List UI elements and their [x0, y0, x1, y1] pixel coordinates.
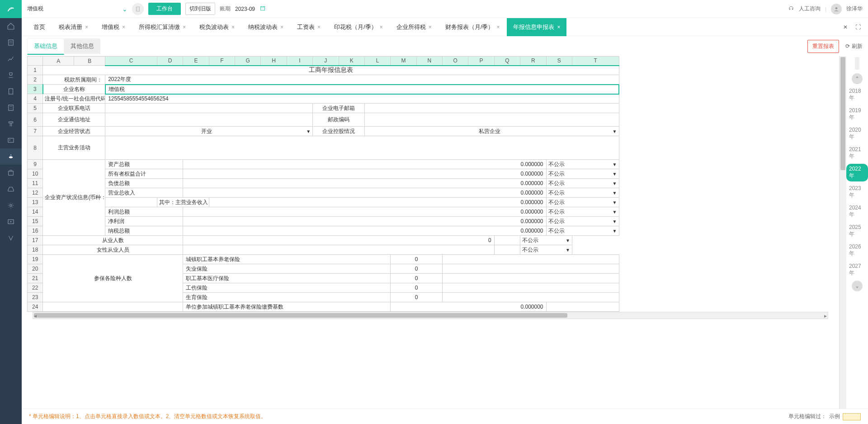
- nav-inbox-icon[interactable]: [0, 181, 22, 197]
- company-name: 增值税: [27, 5, 43, 13]
- support-link[interactable]: 人工咨询: [799, 5, 821, 13]
- tab-home[interactable]: 首页: [27, 18, 52, 36]
- nav-active-icon[interactable]: [0, 148, 22, 165]
- tab-vat[interactable]: 增值税×: [95, 18, 132, 36]
- svg-rect-5: [9, 171, 14, 175]
- collapse-handle[interactable]: [855, 57, 859, 70]
- year-2022[interactable]: 2022年: [846, 164, 868, 181]
- pub-dropdown[interactable]: 不公示▼: [548, 180, 617, 187]
- year-2023[interactable]: 2023年: [846, 183, 868, 201]
- svg-point-6: [10, 205, 12, 207]
- tab-annual[interactable]: 年报信息申报表×: [507, 18, 566, 36]
- pub-dropdown[interactable]: 不公示▼: [548, 227, 617, 235]
- expand-icon[interactable]: ⛶: [854, 23, 863, 32]
- chevron-down-icon[interactable]: ⌄: [122, 5, 127, 13]
- nav-video-icon[interactable]: [0, 214, 22, 230]
- app-logo: [0, 0, 22, 18]
- close-icon[interactable]: ×: [231, 24, 235, 30]
- nav-image-icon[interactable]: [0, 132, 22, 148]
- tab-taxlist[interactable]: 税表清册×: [52, 18, 94, 36]
- calendar-icon[interactable]: [259, 5, 266, 13]
- period-label: 账期: [220, 5, 231, 13]
- close-icon[interactable]: ×: [317, 24, 321, 30]
- nav-doc-icon[interactable]: [0, 83, 22, 100]
- company-name-cell[interactable]: 增值税: [105, 85, 619, 94]
- tab-fin[interactable]: 财务报表（月/季）×: [439, 18, 506, 36]
- company-selector[interactable]: 增值税: [27, 5, 118, 13]
- close-icon[interactable]: ×: [280, 24, 283, 30]
- subtab-row: 基础信息 其他信息 重置报表 ⟳ 刷新: [22, 36, 868, 56]
- svg-rect-8: [137, 7, 140, 11]
- close-icon[interactable]: ×: [380, 24, 383, 30]
- pub-dropdown[interactable]: 不公示▼: [522, 237, 570, 244]
- pub-dropdown[interactable]: 不公示▼: [548, 161, 617, 168]
- close-icon[interactable]: ×: [429, 24, 432, 30]
- year-2024[interactable]: 2024年: [846, 203, 868, 220]
- nav-money-icon[interactable]: [0, 67, 22, 83]
- column-headers: AB CDE FGH IJK LMN OPQ RST: [28, 57, 619, 66]
- pub-dropdown[interactable]: 不公示▼: [548, 208, 617, 216]
- reset-button[interactable]: 重置报表: [807, 40, 839, 53]
- nav-home-icon[interactable]: [0, 18, 22, 34]
- example-swatch: [843, 413, 861, 420]
- doc-icon-button[interactable]: [132, 3, 144, 15]
- nav-archive-icon[interactable]: [0, 165, 22, 181]
- nav-v-icon[interactable]: [0, 230, 22, 246]
- footer-hint: * 单元格编辑说明：1、点击单元格直接录入数值或文本。2、清空单元格数值或文本恢…: [29, 413, 266, 420]
- example-label: 示例: [829, 413, 840, 420]
- svg-rect-2: [9, 105, 14, 110]
- year-2020[interactable]: 2020年: [846, 125, 868, 143]
- svg-rect-1: [9, 89, 13, 94]
- horizontal-scrollbar[interactable]: ◂▸: [33, 312, 828, 319]
- close-icon[interactable]: ×: [496, 24, 500, 30]
- pub-dropdown[interactable]: 不公示▼: [522, 246, 570, 254]
- nav-chart-icon[interactable]: [0, 51, 22, 67]
- nav-report-icon[interactable]: [0, 34, 22, 51]
- close-icon[interactable]: ×: [122, 24, 125, 30]
- year-navigator: ⌃ 2018年 2019年 2020年 2021年 2022年 2023年 20…: [846, 56, 868, 409]
- close-all-icon[interactable]: ✕: [841, 23, 850, 32]
- status-dropdown[interactable]: 开业▼: [107, 128, 311, 135]
- subtab-other[interactable]: 其他信息: [64, 38, 100, 54]
- spreadsheet[interactable]: AB CDE FGH IJK LMN OPQ RST 1工商年报信息表 2税款所…: [27, 56, 619, 312]
- svg-rect-9: [260, 7, 264, 10]
- vertical-scrollbar[interactable]: [839, 56, 846, 409]
- year-2019[interactable]: 2019年: [846, 105, 868, 123]
- tab-payment[interactable]: 纳税波动表×: [242, 18, 290, 36]
- svg-rect-3: [8, 138, 14, 143]
- close-icon[interactable]: ×: [183, 24, 186, 30]
- tab-burden[interactable]: 税负波动表×: [193, 18, 241, 36]
- tab-salary[interactable]: 工资表×: [291, 18, 327, 36]
- tab-stamp[interactable]: 印花税（月/季）×: [328, 18, 389, 36]
- pub-dropdown[interactable]: 不公示▼: [548, 170, 617, 178]
- pub-dropdown[interactable]: 不公示▼: [548, 199, 617, 206]
- close-icon[interactable]: ×: [557, 24, 560, 30]
- year-2026[interactable]: 2026年: [846, 242, 868, 259]
- period-value[interactable]: 2023-09: [235, 6, 255, 12]
- user-avatar[interactable]: [831, 4, 842, 14]
- close-icon[interactable]: ×: [85, 24, 88, 30]
- pub-dropdown[interactable]: 不公示▼: [548, 218, 617, 225]
- nav-calc-icon[interactable]: [0, 100, 22, 116]
- subtab-basic[interactable]: 基础信息: [27, 38, 64, 55]
- switch-old-button[interactable]: 切到旧版: [185, 3, 215, 15]
- svg-point-4: [9, 139, 10, 140]
- username[interactable]: 徐泽华: [846, 5, 863, 13]
- year-2021[interactable]: 2021年: [846, 144, 868, 162]
- year-up-icon[interactable]: ⌃: [852, 73, 863, 84]
- holding-dropdown[interactable]: 私营企业▼: [367, 128, 617, 135]
- year-down-icon[interactable]: ⌄: [852, 281, 863, 291]
- pub-dropdown[interactable]: 不公示▼: [548, 189, 617, 197]
- nav-tax-icon[interactable]: [0, 116, 22, 132]
- refresh-icon: ⟳: [845, 43, 850, 49]
- headset-icon: [788, 5, 794, 13]
- tab-row: 首页 税表清册× 增值税× 所得税汇算清缴× 税负波动表× 纳税波动表× 工资表…: [22, 18, 868, 36]
- year-2027[interactable]: 2027年: [846, 261, 868, 279]
- year-2018[interactable]: 2018年: [846, 86, 868, 104]
- tab-corp[interactable]: 企业所得税×: [390, 18, 438, 36]
- nav-settings-icon[interactable]: [0, 197, 22, 214]
- tab-income[interactable]: 所得税汇算清缴×: [132, 18, 192, 36]
- workspace-button[interactable]: 工作台: [148, 3, 181, 15]
- refresh-button[interactable]: ⟳ 刷新: [845, 43, 863, 50]
- year-2025[interactable]: 2025年: [846, 222, 868, 240]
